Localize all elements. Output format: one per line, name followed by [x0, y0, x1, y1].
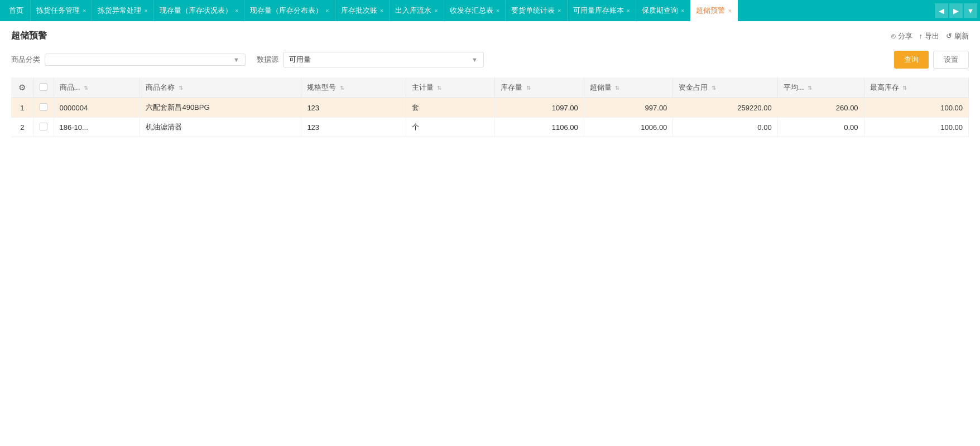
tab-close[interactable]: ×: [681, 7, 684, 14]
row-unit: 个: [406, 118, 495, 137]
category-label: 商品分类: [11, 55, 40, 65]
col-avg[interactable]: 平均... ⇅: [777, 77, 864, 98]
checkbox-col-header[interactable]: [33, 77, 54, 98]
tab-11-active[interactable]: 超储预警 ×: [690, 0, 737, 21]
row-unit: 套: [406, 98, 495, 118]
tab-10[interactable]: 保质期查询 ×: [636, 0, 690, 21]
row-checkbox[interactable]: [40, 103, 47, 111]
row-stock: 1097.00: [495, 98, 584, 118]
row-checkbox-cell[interactable]: [33, 118, 54, 137]
refresh-button[interactable]: ↺ 刷新: [946, 31, 969, 41]
sort-icon: ⇅: [437, 85, 441, 91]
refresh-label: 刷新: [954, 31, 969, 41]
col-spec[interactable]: 规格型号 ⇅: [301, 77, 406, 98]
sort-icon: ⇅: [526, 85, 531, 91]
row-capital: 0.00: [673, 118, 777, 137]
tab-close[interactable]: ×: [558, 7, 561, 14]
tab-close[interactable]: ×: [728, 7, 731, 14]
chevron-down-icon: ▼: [233, 56, 239, 63]
tab-close[interactable]: ×: [627, 7, 630, 14]
row-checkbox-cell[interactable]: [33, 98, 54, 118]
col-code[interactable]: 商品... ⇅: [54, 77, 140, 98]
tab-close[interactable]: ×: [380, 7, 383, 14]
nav-prev-button[interactable]: ◀: [935, 3, 948, 18]
table-row: 2 186-10... 机油滤清器 123 个 1106.00 1006.00 …: [11, 118, 969, 137]
row-num: 1: [11, 98, 33, 118]
share-icon: ⎋: [891, 32, 896, 40]
sort-icon: ⇅: [808, 85, 812, 91]
gear-icon: ⚙: [18, 83, 26, 92]
filter-row: 商品分类 ▼ 数据源 可用量 ▼ 查询 设置: [11, 51, 969, 69]
header-checkbox[interactable]: [40, 83, 47, 91]
tab-4[interactable]: 现存量（库存分布表） ×: [244, 0, 335, 21]
col-over[interactable]: 超储量 ⇅: [584, 77, 673, 98]
page-content: 超储预警 ⎋ 分享 ↑ 导出 ↺ 刷新 商品分类 ▼ 数据源: [0, 21, 980, 446]
share-button[interactable]: ⎋ 分享: [891, 31, 912, 41]
tab-close[interactable]: ×: [325, 7, 329, 14]
col-unit-label: 主计量: [412, 83, 434, 91]
row-over: 997.00: [584, 98, 673, 118]
sort-icon: ⇅: [340, 85, 344, 91]
col-unit[interactable]: 主计量 ⇅: [406, 77, 495, 98]
sort-icon: ⇅: [712, 85, 716, 91]
row-checkbox[interactable]: [40, 123, 47, 130]
tab-close[interactable]: ×: [434, 7, 438, 14]
tab-label: 拣货任务管理: [36, 6, 80, 16]
tab-close[interactable]: ×: [144, 7, 147, 14]
tab-6[interactable]: 出入库流水 ×: [390, 0, 444, 21]
chevron-down-icon: ▼: [472, 56, 478, 63]
col-capital[interactable]: 资金占用 ⇅: [673, 77, 777, 98]
nav-more-button[interactable]: ▼: [964, 3, 977, 18]
category-select[interactable]: ▼: [45, 54, 246, 66]
export-button[interactable]: ↑ 导出: [919, 31, 940, 41]
table-header: ⚙ 商品... ⇅ 商品名称 ⇅ 规格型号 ⇅ 主计量: [11, 77, 969, 98]
filter-buttons: 查询 设置: [894, 51, 969, 69]
category-filter-group: 商品分类 ▼: [11, 54, 246, 66]
col-avg-label: 平均...: [784, 83, 804, 91]
tab-label: 拣货异常处理: [98, 6, 141, 16]
data-table: ⚙ 商品... ⇅ 商品名称 ⇅ 规格型号 ⇅ 主计量: [11, 77, 969, 137]
sort-icon: ⇅: [615, 85, 619, 91]
tab-8[interactable]: 要货单统计表 ×: [506, 0, 567, 21]
tab-label: 出入库流水: [395, 6, 431, 16]
nav-next-button[interactable]: ▶: [949, 3, 963, 18]
tab-3[interactable]: 现存量（库存状况表） ×: [154, 0, 244, 21]
datasource-label: 数据源: [257, 55, 278, 65]
tab-label: 要货单统计表: [511, 6, 555, 16]
share-label: 分享: [898, 31, 912, 41]
datasource-select[interactable]: 可用量 ▼: [283, 52, 484, 67]
col-name[interactable]: 商品名称 ⇅: [140, 77, 301, 98]
nav-home[interactable]: 首页: [2, 0, 31, 21]
col-over-label: 超储量: [590, 83, 612, 91]
tab-close[interactable]: ×: [235, 7, 238, 14]
tab-label: 收发存汇总表: [450, 6, 493, 16]
row-capital: 259220.00: [673, 98, 777, 118]
settings-button[interactable]: 设置: [933, 51, 969, 69]
col-capital-label: 资金占用: [679, 83, 708, 91]
tab-7[interactable]: 收发存汇总表 ×: [444, 0, 506, 21]
query-button[interactable]: 查询: [894, 51, 929, 69]
row-max: 100.00: [864, 118, 968, 137]
col-name-label: 商品名称: [146, 83, 175, 91]
tab-1[interactable]: 拣货任务管理 ×: [31, 0, 92, 21]
col-max[interactable]: 最高库存 ⇅: [864, 77, 968, 98]
tab-close[interactable]: ×: [83, 7, 86, 14]
row-code: 186-10...: [54, 118, 140, 137]
row-spec: 123: [301, 118, 406, 137]
tab-9[interactable]: 可用量库存账本 ×: [568, 0, 636, 21]
row-over: 1006.00: [584, 118, 673, 137]
tab-5[interactable]: 库存批次账 ×: [335, 0, 390, 21]
sort-icon: ⇅: [179, 85, 183, 91]
header-actions: ⎋ 分享 ↑ 导出 ↺ 刷新: [891, 31, 969, 41]
tab-2[interactable]: 拣货异常处理 ×: [92, 0, 153, 21]
row-code: 0000004: [54, 98, 140, 118]
row-spec: 123: [301, 98, 406, 118]
top-nav: 首页 拣货任务管理 × 拣货异常处理 × 现存量（库存状况表） × 现存量（库存…: [0, 0, 980, 21]
tab-close[interactable]: ×: [496, 7, 499, 14]
col-stock[interactable]: 库存量 ⇅: [495, 77, 584, 98]
datasource-filter-group: 数据源 可用量 ▼: [257, 52, 484, 67]
row-stock: 1106.00: [495, 118, 584, 137]
settings-col-header[interactable]: ⚙: [11, 77, 33, 98]
page-title: 超储预警: [11, 30, 47, 42]
tab-label: 可用量库存账本: [573, 6, 624, 16]
